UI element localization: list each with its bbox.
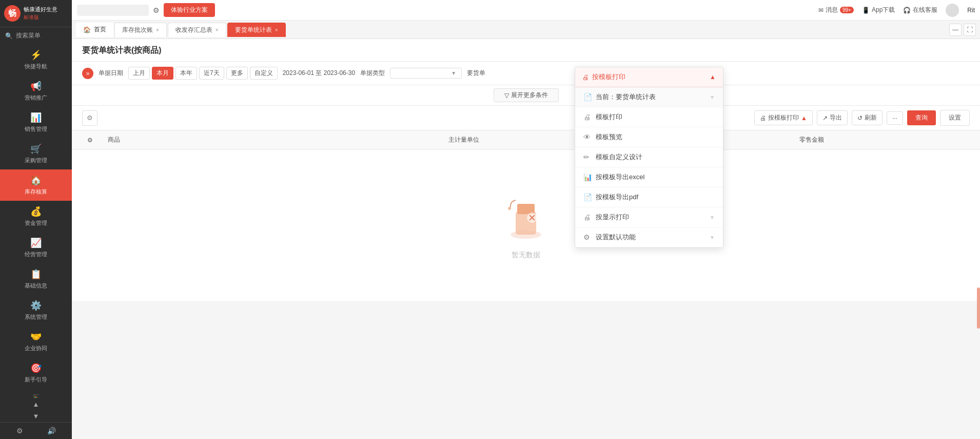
tabs-right-controls: — ⛶: [949, 24, 976, 36]
sidebar-item-appstore[interactable]: 📱 应用中心: [0, 389, 72, 398]
tab-home-label: 首页: [94, 25, 106, 34]
svg-point-6: [508, 207, 511, 210]
tab-inventory-batch-label: 库存批次账: [122, 26, 153, 34]
date-this-month[interactable]: 本月: [152, 67, 173, 80]
tab-inventory-batch[interactable]: 库存批次账 ×: [114, 23, 167, 37]
refresh-button[interactable]: ↺ 刷新: [852, 110, 883, 125]
date-this-year[interactable]: 本年: [175, 67, 197, 80]
sidebar-bottom: ⚙ 🔊: [0, 422, 72, 439]
tab-order-stats[interactable]: 要货单统计表 ×: [227, 23, 286, 37]
app-logo: 畅 畅康通好生意 标准版: [0, 0, 72, 27]
scrollbar-indicator[interactable]: [977, 288, 980, 329]
date-custom[interactable]: 自定义: [250, 67, 278, 80]
sidebar-item-shortcut[interactable]: ⚡ 快捷导航: [0, 44, 72, 75]
expand-more-button[interactable]: ▽ 展开更多条件: [494, 88, 559, 102]
settings-gear-icon[interactable]: ⚙: [16, 427, 23, 435]
dropdown-close-icon[interactable]: ▲: [710, 73, 716, 81]
empty-state: 暂无数据: [72, 150, 980, 301]
app-version: 标准版: [24, 14, 57, 21]
order-type-select[interactable]: ▼: [390, 68, 462, 79]
sidebar-item-sales[interactable]: 📊 销售管理: [0, 107, 72, 138]
tab-order-stats-label: 要货单统计表: [235, 26, 272, 34]
dropdown-template-print[interactable]: 🖨 模板打印: [575, 107, 723, 127]
column-gear[interactable]: ⚙: [82, 137, 103, 144]
template-design-label: 模板自定义设计: [596, 152, 715, 162]
trial-button[interactable]: 体验行业方案: [164, 3, 215, 17]
empty-illustration: [500, 191, 552, 242]
sidebar-item-finance[interactable]: 💰 资金管理: [0, 201, 72, 232]
dropdown-export-excel[interactable]: 📊 按模板导出excel: [575, 167, 723, 187]
topbar-right: ✉ 消息 99+ 📱 App下载 🎧 在线客服 Rit: [818, 4, 975, 17]
sidebar-item-operation[interactable]: 📈 经营管理: [0, 232, 72, 263]
date-last-7[interactable]: 近7天: [199, 67, 224, 80]
sidebar-item-system[interactable]: ⚙️ 系统管理: [0, 295, 72, 326]
volume-icon[interactable]: 🔊: [47, 427, 56, 435]
tab-receipts-summary-close[interactable]: ×: [215, 27, 219, 33]
app-name: 畅康通好生意: [24, 6, 57, 13]
display-print-label: 按显示打印: [596, 213, 705, 222]
app-download-button[interactable]: 📱 App下载: [862, 6, 895, 14]
filter-expand-button[interactable]: »: [82, 68, 93, 79]
template-design-icon: ✏: [583, 153, 592, 161]
dropdown-template-design[interactable]: ✏ 模板自定义设计: [575, 147, 723, 167]
tab-receipts-summary[interactable]: 收发存汇总表 ×: [168, 23, 226, 37]
dropdown-default-function[interactable]: ⚙ 设置默认功能 ▼: [575, 227, 723, 247]
date-more[interactable]: 更多: [226, 67, 248, 80]
export-button[interactable]: ↗ 导出: [817, 110, 848, 125]
sidebar-search[interactable]: 🔍 搜索菜单: [0, 27, 72, 44]
dropdown-title: 🖨 按模板打印: [582, 72, 625, 82]
tabs-bar: 🏠 首页 库存批次账 × 收发存汇总表 × 要货单统计表 × — ⛶: [72, 21, 980, 39]
tab-inventory-batch-close[interactable]: ×: [156, 27, 159, 33]
tab-minimize-button[interactable]: —: [949, 24, 962, 36]
more-icon: ···: [892, 114, 897, 122]
sidebar-scroll-down[interactable]: ▼: [0, 410, 72, 422]
more-options-button[interactable]: ···: [887, 111, 903, 125]
dropdown-current[interactable]: 📄 当前：要货单统计表 ▼: [575, 87, 723, 107]
tab-home[interactable]: 🏠 首页: [76, 23, 113, 37]
print-dropdown-overlay: 🖨 按模板打印 ▲ 📄 当前：要货单统计表 ▼ 🖨 模板打印 👁 模板预览 ✏ …: [575, 67, 723, 248]
default-function-label: 设置默认功能: [596, 233, 705, 242]
app-download-icon: 📱: [862, 7, 870, 14]
dropdown-export-pdf[interactable]: 📄 按模板导出pdf: [575, 187, 723, 207]
sidebar-item-purchase[interactable]: 🛒 采购管理: [0, 138, 72, 169]
message-button[interactable]: ✉ 消息 99+: [818, 6, 854, 14]
app-download-label: App下载: [872, 6, 895, 14]
logo-icon: 畅: [4, 5, 21, 22]
sidebar-item-marketing[interactable]: 📢 营销推广: [0, 75, 72, 107]
username-label: Rit: [967, 7, 975, 14]
svg-rect-2: [517, 204, 535, 214]
query-button[interactable]: 查询: [907, 110, 936, 125]
topbar-gear-icon[interactable]: ⚙: [153, 6, 160, 14]
default-function-icon: ⚙: [583, 233, 592, 241]
sidebar-scroll-up[interactable]: ▲: [0, 398, 72, 410]
sidebar-item-enterprise[interactable]: 🤝 企业协同: [0, 326, 72, 357]
sidebar-item-purchase-label: 采购管理: [25, 157, 47, 164]
tab-maximize-button[interactable]: ⛶: [964, 24, 976, 36]
message-badge: 99+: [840, 7, 854, 13]
guide-icon: 🎯: [30, 362, 42, 374]
print-arrow-icon: ▲: [801, 114, 807, 122]
print-dropdown-button[interactable]: 🖨 按模板打印 ▲: [754, 110, 813, 125]
finance-icon: 💰: [30, 206, 42, 217]
user-avatar[interactable]: [946, 4, 959, 17]
template-print-icon: 🖨: [583, 113, 592, 121]
dropdown-template-preview[interactable]: 👁 模板预览: [575, 127, 723, 147]
action-bar: ⚙ 🖨 按模板打印 ▲ ↗ 导出 ↺ 刷新 ··· 查询: [72, 106, 980, 130]
dropdown-display-print[interactable]: 🖨 按显示打印 ▼: [575, 207, 723, 227]
sidebar-item-basic[interactable]: 📋 基础信息: [0, 263, 72, 295]
online-service-button[interactable]: 🎧 在线客服: [903, 6, 937, 14]
default-function-arrow-icon: ▼: [710, 235, 715, 240]
date-last-month[interactable]: 上月: [128, 67, 150, 80]
gear-config-button[interactable]: ⚙: [82, 110, 97, 126]
sidebar-item-inventory-label: 库存核算: [25, 188, 47, 196]
export-pdf-icon: 📄: [583, 193, 592, 201]
home-icon: 🏠: [83, 26, 91, 33]
sidebar-item-inventory[interactable]: 🏠 库存核算: [0, 169, 72, 201]
display-print-icon: 🖨: [583, 213, 592, 221]
tab-order-stats-close[interactable]: ×: [275, 27, 278, 33]
dropdown-header: 🖨 按模板打印 ▲: [575, 67, 723, 87]
sales-icon: 📊: [30, 112, 42, 123]
topbar-search-input[interactable]: [77, 5, 149, 16]
settings-button[interactable]: 设置: [940, 110, 970, 126]
sidebar-item-guide[interactable]: 🎯 新手引导: [0, 357, 72, 389]
